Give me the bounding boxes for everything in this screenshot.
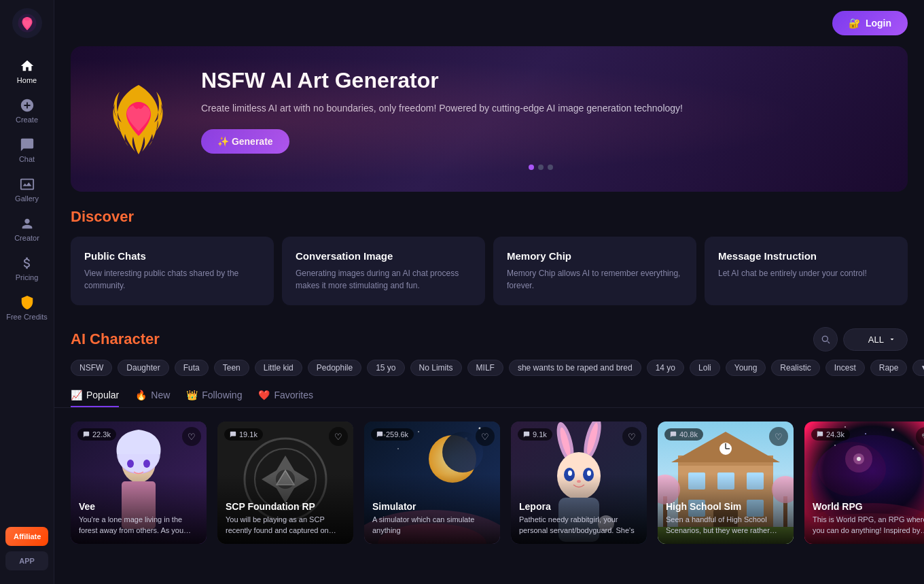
filter-button[interactable]: ALL [843, 328, 908, 351]
char-card-image-scp: 19.1k ♡ SCP Foundation RP You will be pl… [217, 422, 353, 544]
sidebar-item-gallery[interactable]: Gallery [0, 170, 54, 209]
sidebar-item-creator[interactable]: Creator [0, 209, 54, 249]
tab-new-icon: 🔥 [135, 390, 147, 400]
tab-favorites[interactable]: ❤️ Favorites [258, 384, 313, 407]
discover-card-public-chats[interactable]: Public Chats View interesting public cha… [71, 237, 274, 305]
sidebar-logo[interactable] [12, 8, 42, 38]
discover-card-title: Public Chats [84, 250, 260, 262]
tags-row: NSFW Daughter Futa Teen Little kid Pedop… [54, 360, 924, 376]
tag-15yo[interactable]: 15 yo [367, 360, 404, 376]
discover-card-conversation-image[interactable]: Conversation Image Generating images dur… [282, 237, 485, 305]
sidebar-item-create[interactable]: Create [0, 91, 54, 131]
tag-she-wants[interactable]: she wants to be raped and bred [509, 360, 641, 376]
topbar: 🔐 Login [54, 0, 924, 46]
tag-loli[interactable]: Loli [690, 360, 720, 376]
discover-card-desc: Let AI chat be entirely under your contr… [718, 267, 894, 279]
char-overlay-lepora: Lepora Pathetic needy rabbitgirl, your p… [511, 474, 647, 544]
svg-point-59 [834, 445, 836, 446]
char-stats-lepora: 9.1k [518, 428, 552, 441]
hero-title: NSFW AI Art Generator [201, 68, 881, 93]
tag-young[interactable]: Young [726, 360, 766, 376]
char-stats-highschool: 40.8k [664, 428, 703, 441]
svg-point-14 [418, 431, 419, 432]
heart-button-highschool[interactable]: ♡ [769, 427, 788, 446]
svg-point-66 [857, 457, 861, 461]
carousel-dot-3[interactable] [548, 165, 553, 170]
char-stats-vee: 22.3k [77, 428, 116, 441]
char-overlay-highschool: High School Sim Seen a handful of High S… [658, 474, 794, 544]
char-stats-scp: 19.1k [224, 428, 263, 441]
discover-card-message-instruction[interactable]: Message Instruction Let AI chat be entir… [705, 237, 908, 305]
tag-incest[interactable]: Incest [825, 360, 865, 376]
discover-card-title: Conversation Image [296, 250, 472, 262]
character-card-highschool[interactable]: 40.8k ♡ High School Sim Seen a handful o… [658, 422, 794, 544]
tag-pedophile[interactable]: Pedophile [308, 360, 361, 376]
sidebar-item-free-credits[interactable]: Free Credits [0, 288, 54, 328]
character-cards-row: 22.3k ♡ Vee You're a lone mage living in… [54, 422, 924, 544]
discover-title: Discover [54, 208, 924, 226]
tag-realistic[interactable]: Realistic [771, 360, 819, 376]
character-card-scp[interactable]: 19.1k ♡ SCP Foundation RP You will be pl… [217, 422, 353, 544]
heart-button-vee[interactable]: ♡ [182, 427, 201, 446]
heart-button-simulator[interactable]: ♡ [476, 427, 495, 446]
tab-popular[interactable]: 📈 Popular [71, 384, 119, 407]
svg-point-60 [912, 448, 914, 449]
discover-card-title: Message Instruction [718, 250, 894, 262]
heart-button-scp[interactable]: ♡ [329, 427, 348, 446]
discover-card-memory-chip[interactable]: Memory Chip Memory Chip allows AI to rem… [493, 237, 696, 305]
carousel-dot-2[interactable] [538, 165, 544, 170]
heart-button-lepora[interactable]: ♡ [622, 427, 641, 446]
sidebar-bottom: Affiliate APP [0, 527, 54, 576]
search-button[interactable] [813, 327, 838, 351]
sidebar-item-chat[interactable]: Chat [0, 131, 54, 170]
tag-daughter[interactable]: Daughter [118, 360, 168, 376]
svg-point-6 [127, 460, 134, 468]
tag-milf[interactable]: MILF [467, 360, 503, 376]
discover-card-desc: View interesting public chats shared by … [84, 267, 260, 292]
hero-text: NSFW AI Art Generator Create limitless A… [201, 68, 881, 170]
tag-rape[interactable]: Rape [870, 360, 908, 376]
login-button[interactable]: 🔐 Login [832, 11, 908, 35]
sidebar-item-home[interactable]: Home [0, 52, 54, 91]
tag-no-limits[interactable]: No Limits [410, 360, 462, 376]
tab-new[interactable]: 🔥 New [135, 384, 170, 407]
tag-14yo[interactable]: 14 yo [647, 360, 684, 376]
character-card-worldrpg[interactable]: 24.3k ♡ World RPG This is World RPG, an … [804, 422, 924, 544]
char-card-image-vee: 22.3k ♡ Vee You're a lone mage living in… [71, 422, 207, 544]
character-card-lepora[interactable]: 9.1k ♡ Lepora Pathetic needy rabbitgirl,… [511, 422, 647, 544]
char-overlay-vee: Vee You're a lone mage living in the for… [71, 474, 207, 544]
tab-popular-icon: 📈 [71, 390, 82, 400]
affiliate-button[interactable]: Affiliate [5, 527, 48, 546]
discover-card-desc: Memory Chip allows AI to remember everyt… [507, 267, 683, 292]
discover-card-desc: Generating images during an AI chat proc… [296, 267, 472, 292]
char-card-image-lepora: 9.1k ♡ Lepora Pathetic needy rabbitgirl,… [511, 422, 647, 544]
character-card-simulator[interactable]: 259.6k ♡ Simulator A simulator which can… [364, 422, 500, 544]
tab-favorites-icon: ❤️ [258, 390, 270, 400]
sidebar: Home Create Chat Gallery Creator Pricing… [0, 0, 54, 584]
hero-icon [98, 78, 179, 160]
tag-nsfw[interactable]: NSFW [71, 360, 112, 376]
character-card-vee[interactable]: 22.3k ♡ Vee You're a lone mage living in… [71, 422, 207, 544]
ai-character-title: AI Character [71, 330, 160, 348]
app-button[interactable]: APP [5, 551, 48, 570]
char-overlay-worldrpg: World RPG This is World RPG, an RPG wher… [804, 474, 924, 544]
tab-following[interactable]: 👑 Following [186, 384, 242, 407]
tag-little-kid[interactable]: Little kid [255, 360, 302, 376]
tag-futa[interactable]: Futa [175, 360, 209, 376]
svg-point-56 [845, 426, 846, 428]
tag-more-button[interactable]: ▼ [912, 360, 924, 376]
svg-point-7 [143, 460, 150, 468]
generate-button[interactable]: ✨ Generate [201, 129, 289, 154]
discover-grid: Public Chats View interesting public cha… [54, 237, 924, 305]
char-card-image-highschool: 40.8k ♡ High School Sim Seen a handful o… [658, 422, 794, 544]
main-content: 🔐 Login NSFW AI Art Generator Create lim… [54, 0, 924, 584]
tag-teen[interactable]: Teen [214, 360, 249, 376]
sidebar-item-pricing[interactable]: Pricing [0, 249, 54, 288]
hero-banner: NSFW AI Art Generator Create limitless A… [71, 46, 908, 192]
hero-description: Create limitless AI art with no boundari… [201, 101, 881, 116]
svg-point-17 [397, 448, 399, 449]
char-overlay-simulator: Simulator A simulator which can simulate… [364, 474, 500, 544]
tabs-row: 📈 Popular 🔥 New 👑 Following ❤️ Favorites [54, 384, 924, 408]
char-stats-worldrpg: 24.3k [811, 428, 850, 441]
carousel-dot-1[interactable] [529, 165, 534, 170]
